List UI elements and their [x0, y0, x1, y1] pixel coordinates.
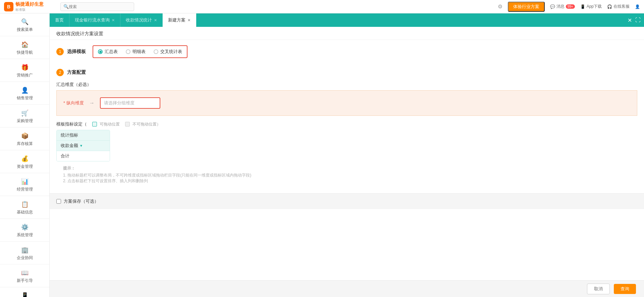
- tips-line1: 1. 拖动标题栏可以调整布局，不可跨维度或指标区域拖动栏目字段(只能在同一维度或…: [63, 172, 631, 178]
- tab-new-plan[interactable]: 新建方案✕: [163, 13, 196, 27]
- sidebar-icon-search-menu: 🔍: [21, 18, 29, 26]
- step2-label: 方案配置: [67, 69, 86, 76]
- tips-line2: 2. 点击标题栏下拉可设置排序、插入列和删除列: [63, 178, 631, 184]
- sidebar-item-quick-nav[interactable]: 🏠 快捷导航: [0, 36, 49, 59]
- sidebar-icon-quick-nav: 🏠: [21, 41, 29, 48]
- tips-title: 提示：: [63, 165, 631, 171]
- dim-select[interactable]: 请选择分组维度: [100, 97, 160, 109]
- tab-close-icon[interactable]: ✕: [628, 17, 632, 23]
- radio-dot-detail: [126, 49, 130, 54]
- tab-home[interactable]: 首页: [50, 13, 69, 27]
- sidebar-item-operations[interactable]: 📊 经营管理: [0, 173, 49, 196]
- legend-draggable: 可拖动位置: [92, 121, 120, 127]
- tab-receipt-stat[interactable]: 收款情况统计✕: [120, 13, 163, 27]
- sidebar: 🔍 搜索菜单 🏠 快捷导航 🎁 营销推广 👤 销售管理 🛒 采购管理 📦 库存核…: [0, 13, 50, 297]
- cancel-button[interactable]: 取消: [587, 284, 610, 294]
- step1-label: 选择模板: [67, 49, 86, 55]
- indicator-table: 统计指标 收款金额 ▾ 合计: [56, 130, 110, 161]
- logo-icon: B: [4, 2, 13, 11]
- sidebar-label-search-menu: 搜索菜单: [17, 27, 33, 33]
- sidebar-item-basic-info[interactable]: 📋 基础信息: [0, 196, 49, 219]
- sidebar-item-sales[interactable]: 👤 销售管理: [0, 82, 49, 105]
- step1-row: 1 选择模板 汇总表 明细表 交叉统计表: [56, 45, 637, 58]
- radio-label-cross: 交叉统计表: [160, 49, 182, 55]
- radio-cross[interactable]: 交叉统计表: [154, 49, 182, 55]
- sidebar-item-sys-manage[interactable]: ⚙️ 系统管理: [0, 219, 49, 242]
- radio-detail[interactable]: 明细表: [126, 49, 146, 55]
- query-button[interactable]: 查询: [614, 284, 636, 294]
- radio-label-summary: 汇总表: [105, 49, 118, 55]
- sidebar-label-marketing: 营销推广: [17, 72, 33, 78]
- top-bar: B 畅捷通好生意 标准版 🔍 ⚙ 体验行业方案 💬 消息 99+ 📱 App下载…: [0, 0, 644, 13]
- search-bar[interactable]: 🔍: [60, 2, 134, 11]
- sidebar-icon-smart-hw: 📱: [21, 292, 29, 297]
- dim-arrow: →: [89, 100, 95, 106]
- template-radio-group: 汇总表 明细表 交叉统计表: [93, 45, 187, 58]
- tab-close-bank-flow[interactable]: ✕: [112, 18, 115, 22]
- sidebar-item-marketing[interactable]: 🎁 营销推广: [0, 59, 49, 82]
- user-avatar[interactable]: 👤: [635, 4, 640, 9]
- sidebar-label-finance: 资金管理: [17, 164, 33, 169]
- dim-section-title: 汇总维度（必选）: [56, 82, 637, 88]
- gear-icon[interactable]: ⚙: [498, 3, 502, 10]
- sidebar-item-finance[interactable]: 💰 资金管理: [0, 150, 49, 173]
- support-icon: 🎧: [607, 4, 612, 9]
- indicator-col-header[interactable]: 收款金额 ▾: [57, 141, 110, 151]
- sidebar-label-enterprise: 企业协同: [17, 255, 33, 261]
- sidebar-icon-finance: 💰: [21, 155, 29, 162]
- vertical-dim-label: * 纵向维度: [63, 100, 84, 106]
- sidebar-item-search-menu[interactable]: 🔍 搜索菜单: [0, 13, 49, 36]
- sidebar-label-newbie: 新手引导: [17, 278, 33, 284]
- tab-close-new-plan[interactable]: ✕: [187, 18, 191, 22]
- step2-row: 2 方案配置: [56, 69, 637, 76]
- footer: 取消 查询: [50, 280, 644, 297]
- sidebar-item-inventory[interactable]: 📦 库存核算: [0, 128, 49, 150]
- notification-btn[interactable]: 💬 消息 99+: [550, 4, 575, 9]
- radio-summary[interactable]: 汇总表: [98, 49, 118, 55]
- sidebar-icon-purchase: 🛒: [21, 109, 29, 117]
- sidebar-label-sales: 销售管理: [17, 95, 33, 101]
- tab-maximize-icon[interactable]: ⛶: [635, 17, 641, 23]
- tab-label-new-plan: 新建方案: [168, 17, 185, 23]
- dim-row: * 纵向维度 → 请选择分组维度: [63, 97, 630, 109]
- sidebar-item-purchase[interactable]: 🛒 采购管理: [0, 105, 49, 128]
- legend-fixed: 不可拖动位置）: [125, 121, 161, 127]
- tab-bank-flow[interactable]: 现金银行流水查询✕: [69, 13, 120, 27]
- indicator-section: 模板指标设定（ 可拖动位置 不可拖动位置）: [56, 121, 637, 161]
- save-checkbox[interactable]: [56, 199, 61, 204]
- tab-label-receipt-stat: 收款情况统计: [126, 17, 152, 23]
- download-btn[interactable]: 📱 App下载: [580, 4, 602, 9]
- page-title-bar: 收款情况统计方案设置: [50, 27, 644, 40]
- sidebar-label-basic-info: 基础信息: [17, 209, 33, 215]
- step1-badge: 1: [56, 48, 64, 55]
- radio-dot-cross: [154, 49, 158, 54]
- support-btn[interactable]: 🎧 在线客服: [607, 4, 630, 9]
- indicator-table-header[interactable]: 统计指标: [57, 130, 110, 141]
- indicator-table-area: 统计指标 收款金额 ▾ 合计: [56, 130, 637, 161]
- sidebar-icon-marketing: 🎁: [21, 64, 29, 71]
- step2-section: 2 方案配置 汇总维度（必选） * 纵向维度 → 请选择分组维度: [50, 69, 644, 193]
- logo-badge: 标准版: [15, 7, 44, 12]
- download-icon: 📱: [580, 4, 585, 9]
- tab-close-receipt-stat[interactable]: ✕: [154, 18, 157, 22]
- sidebar-label-sys-manage: 系统管理: [17, 232, 33, 238]
- sidebar-label-quick-nav: 快捷导航: [17, 50, 33, 55]
- notification-badge: 99+: [566, 4, 575, 9]
- notification-icon: 💬: [550, 4, 555, 9]
- page-content: 收款情况统计方案设置 1 选择模板 汇总表 明细表 交叉统计表: [50, 27, 644, 280]
- sidebar-item-newbie[interactable]: 📖 新手引导: [0, 264, 49, 287]
- trial-button[interactable]: 体验行业方案: [508, 2, 545, 12]
- sidebar-item-smart-hw[interactable]: 📱 智能硬件: [0, 287, 49, 297]
- sidebar-icon-inventory: 📦: [21, 132, 29, 140]
- sidebar-icon-sales: 👤: [21, 87, 29, 94]
- content-area: 首页现金银行流水查询✕收款情况统计✕新建方案✕ ✕ ⛶ 收款情况统计方案设置 1…: [50, 13, 644, 297]
- step1-section: 1 选择模板 汇总表 明细表 交叉统计表: [50, 40, 644, 69]
- sidebar-item-enterprise[interactable]: 🏢 企业协同: [0, 242, 49, 264]
- indicator-row-total: 合计: [57, 151, 110, 161]
- search-input[interactable]: [69, 4, 122, 9]
- chevron-down-icon: ▾: [80, 143, 82, 148]
- step2-badge: 2: [56, 69, 64, 76]
- tab-label-bank-flow: 现金银行流水查询: [75, 17, 110, 23]
- page-title: 收款情况统计方案设置: [56, 31, 103, 36]
- sidebar-label-inventory: 库存核算: [17, 141, 33, 147]
